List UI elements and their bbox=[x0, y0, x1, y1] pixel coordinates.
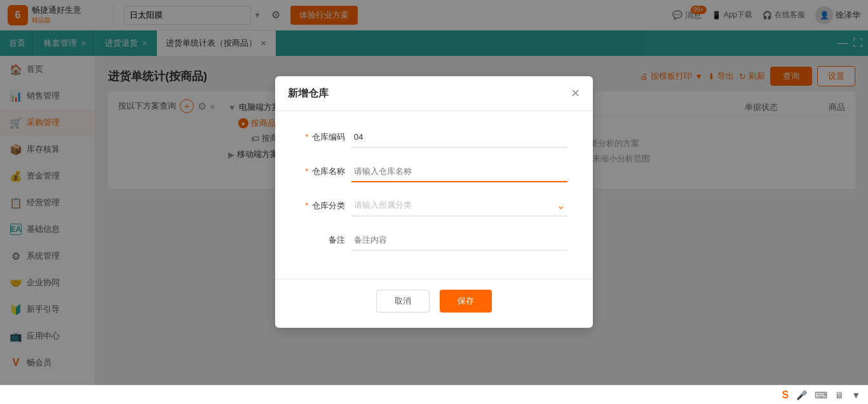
required-mark: * bbox=[305, 132, 308, 142]
required-mark: * bbox=[305, 201, 308, 210]
note-field-row: 备注 bbox=[301, 229, 567, 251]
modal-title: 新增仓库 bbox=[288, 87, 329, 100]
warehouse-name-input[interactable] bbox=[351, 161, 567, 182]
name-label: * 仓库名称 bbox=[301, 166, 351, 177]
close-button[interactable]: ✕ bbox=[571, 86, 580, 100]
modal-header: 新增仓库 ✕ bbox=[275, 76, 593, 111]
dropdown-icon[interactable]: ▼ bbox=[851, 390, 860, 400]
code-field-row: * 仓库编码 bbox=[301, 126, 567, 148]
modal-footer: 取消 保存 bbox=[275, 279, 593, 328]
note-label: 备注 bbox=[301, 234, 351, 246]
modal-body: * 仓库编码 * 仓库名称 * 仓库分类 请输入所属 bbox=[275, 111, 593, 279]
monitor-icon[interactable]: 🖥 bbox=[835, 390, 844, 400]
save-button[interactable]: 保存 bbox=[440, 290, 492, 313]
status-bar: S 🎤 ⌨ 🖥 ▼ bbox=[0, 385, 868, 404]
add-warehouse-modal: 新增仓库 ✕ * 仓库编码 * 仓库名称 bbox=[275, 76, 593, 328]
dropdown-arrow-icon: ⌄ bbox=[557, 199, 565, 212]
keyboard-icon[interactable]: ⌨ bbox=[815, 390, 827, 400]
cancel-button[interactable]: 取消 bbox=[376, 290, 430, 313]
required-mark: * bbox=[305, 166, 308, 176]
s-icon[interactable]: S bbox=[782, 389, 789, 401]
warehouse-code-input[interactable] bbox=[351, 126, 567, 148]
modal-overlay[interactable]: 新增仓库 ✕ * 仓库编码 * 仓库名称 bbox=[0, 0, 868, 404]
category-placeholder: 请输入所属分类 bbox=[354, 199, 412, 211]
note-input[interactable] bbox=[351, 229, 567, 251]
name-field-row: * 仓库名称 bbox=[301, 161, 567, 182]
code-label: * 仓库编码 bbox=[301, 131, 351, 143]
category-label: * 仓库分类 bbox=[301, 200, 351, 212]
category-field-row: * 仓库分类 请输入所属分类 ⌄ bbox=[301, 195, 567, 217]
category-select[interactable]: 请输入所属分类 ⌄ bbox=[351, 195, 567, 217]
mic-icon[interactable]: 🎤 bbox=[796, 390, 807, 400]
